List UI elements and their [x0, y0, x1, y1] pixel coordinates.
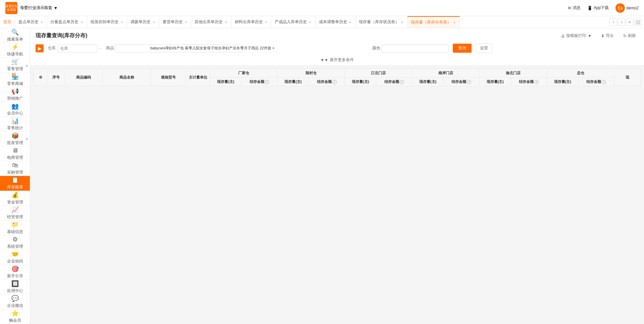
- tab-requisition[interactable]: 要货单历史 ×: [159, 16, 191, 28]
- inventory-icon: 📋: [11, 176, 19, 184]
- tab-close-icon[interactable]: ×: [264, 20, 268, 25]
- tab-close-icon[interactable]: ×: [348, 20, 352, 25]
- warehouse-dots[interactable]: ···: [99, 46, 102, 51]
- tab-close-icon[interactable]: ×: [400, 20, 404, 25]
- col-yuebei-group: 渝北门店: [479, 69, 547, 78]
- col-gear[interactable]: ⚙: [34, 69, 48, 86]
- sidebar-label: 企业协同: [7, 259, 23, 264]
- filter-expand-btn[interactable]: ▶: [36, 44, 44, 52]
- col-south-group: 陆村仓: [277, 69, 345, 78]
- basic-icon: 📁: [11, 221, 19, 228]
- sidebar-item-guide[interactable]: 🎯 新手引导: [0, 265, 30, 280]
- table-area: ⚙ 序号 商品编码 商品名称 规格型号 主计量单位 厂家仓 陆村仓 江北门店 南…: [30, 66, 644, 324]
- sidebar-item-system[interactable]: ⚙ 系统管理: [0, 235, 30, 250]
- tab-label: 分量盘点单历史: [50, 19, 78, 25]
- print-arrow-icon: ▼: [588, 34, 592, 38]
- tab-close-icon[interactable]: ×: [80, 20, 83, 25]
- industry-label: 母婴行业演示陈套: [20, 5, 52, 11]
- expand-arrow-icon: ▼: [25, 137, 29, 141]
- operation-icon: 📈: [11, 206, 19, 214]
- tab-cost-adjust[interactable]: 成本调整单历史 ×: [316, 16, 356, 28]
- settings-btn[interactable]: 设置: [476, 43, 492, 53]
- industry-dropdown[interactable]: 母婴行业演示陈套 ▼: [20, 5, 58, 11]
- yb-amt-info-icon[interactable]: i: [534, 80, 539, 84]
- warehouse-input[interactable]: [57, 44, 97, 52]
- query-btn[interactable]: 查询: [453, 44, 472, 53]
- tab-home[interactable]: 首页: [0, 16, 15, 28]
- total-amt-info-icon[interactable]: i: [602, 80, 606, 84]
- tab-label: 调拨单历史: [130, 19, 151, 25]
- col-fac-amt: 结存金额i: [241, 78, 277, 86]
- sidebar-item-finance[interactable]: 💰 资金管理: [0, 191, 30, 206]
- app-download-btn[interactable]: 📱 App下载: [587, 5, 609, 11]
- sidebar-item-enterprise[interactable]: 🤝 企业协同: [0, 250, 30, 265]
- col-total-amt: 结存金额i: [578, 78, 614, 86]
- fac-amt-info-icon[interactable]: i: [265, 80, 269, 84]
- col-ns-amt: 结存金额i: [443, 78, 479, 86]
- shop-icon: 🏪: [11, 73, 19, 80]
- more-conditions-btn[interactable]: ▼▼ 展开更多条件: [320, 57, 354, 63]
- tab-close-icon[interactable]: ×: [308, 20, 312, 25]
- col-code: 商品编码: [64, 69, 103, 86]
- export-btn[interactable]: ⬇ 导出: [598, 32, 616, 40]
- sidebar-item-search[interactable]: 🔍 搜索英单: [0, 28, 30, 43]
- col-jb-stock: 现存量(主): [345, 78, 376, 86]
- sidebar-item-wholesale[interactable]: 📦 批发管理 ▼: [0, 132, 30, 146]
- sidebar-item-wechat[interactable]: 💬 企业微信: [0, 294, 30, 309]
- tab-close-icon[interactable]: ×: [452, 20, 456, 25]
- tab-stock-dist[interactable]: 现存量（库存分布表） ×: [408, 16, 460, 28]
- tab-stock-status[interactable]: 现存量（库存状况表） ×: [356, 16, 408, 28]
- tab-close-icon[interactable]: ×: [40, 20, 43, 25]
- col-ns-stock: 现存量(主): [412, 78, 444, 86]
- tab-label: 现存量（库存状况表）: [359, 19, 399, 25]
- quicknav-icon: ⚡: [11, 43, 19, 51]
- goods-input[interactable]: [115, 44, 243, 52]
- page-title: 现存量查询(库存分布): [36, 32, 88, 39]
- tab-close-icon[interactable]: ×: [152, 20, 155, 25]
- sidebar-item-member[interactable]: 👥 会员中心: [0, 102, 30, 117]
- user-menu[interactable]: Ea demo2: [615, 3, 639, 13]
- tab-product-in[interactable]: 产成品入库单历史 ×: [271, 16, 315, 28]
- tab-branch-inventory[interactable]: 分量盘点单历史 ×: [47, 16, 87, 28]
- sidebar-item-apps[interactable]: 🔲 应用中心: [0, 280, 30, 294]
- tab-inventory-count[interactable]: 盘点单历史 ×: [15, 16, 47, 28]
- tabs-expand-btn[interactable]: ⬜: [634, 18, 641, 26]
- sidebar-item-basic[interactable]: 📁 基础信息: [0, 221, 30, 235]
- purchase-icon: 🛍: [12, 162, 18, 169]
- sidebar-item-retail-stat[interactable]: 📊 零售统计: [0, 117, 30, 132]
- tab-close-icon[interactable]: ×: [120, 20, 123, 25]
- tabs-close-all-btn[interactable]: ×: [626, 18, 633, 26]
- tab-close-icon[interactable]: ×: [224, 20, 227, 25]
- refresh-btn[interactable]: ↻ 刷新: [621, 32, 639, 40]
- sidebar-item-operation[interactable]: 📈 经营管理: [0, 206, 30, 221]
- tab-other-out[interactable]: 其他出库单历史 ×: [191, 16, 231, 28]
- home-tab-label: 首页: [3, 19, 11, 25]
- jb-amt-info-icon[interactable]: i: [400, 80, 404, 84]
- sidebar-item-purchase[interactable]: 🛍 采购管理: [0, 161, 30, 176]
- sidebar-item-inventory[interactable]: 📋 库存核算: [0, 176, 30, 191]
- sidebar-label: 畅会员: [9, 318, 21, 323]
- message-btn[interactable]: ✉ 消息: [568, 5, 581, 11]
- tab-transfer[interactable]: 调拨单历史 ×: [127, 16, 159, 28]
- tab-assembly[interactable]: 组装折卸单历史 ×: [87, 16, 127, 28]
- top-right: ✉ 消息 📱 App下载 Ea demo2: [568, 3, 639, 13]
- ns-amt-info-icon[interactable]: i: [467, 80, 471, 84]
- sidebar-item-ecommerce[interactable]: 🖥 电商管理: [0, 146, 30, 161]
- sidebar-item-marketing[interactable]: 📢 营销推广: [0, 87, 30, 102]
- warehouse-label: 仓库: [48, 45, 56, 51]
- color-input[interactable]: [382, 44, 449, 52]
- tabs-prev-btn[interactable]: ‹: [610, 18, 617, 26]
- warehouse-field: 仓库 ···: [48, 44, 102, 52]
- sidebar-item-retail[interactable]: 🛒 零售管理 ▲: [0, 58, 30, 73]
- print-label: 按模板打印: [566, 33, 586, 39]
- tabs-next-btn[interactable]: ›: [618, 18, 625, 26]
- tab-close-icon[interactable]: ×: [184, 20, 187, 25]
- message-icon: ✉: [568, 6, 571, 10]
- print-btn[interactable]: 🖨 按模板打印 ▼: [558, 32, 594, 40]
- tab-material-out[interactable]: 材料出库单历史 ×: [231, 16, 271, 28]
- sidebar-item-membership[interactable]: ⭐ 畅会员: [0, 309, 30, 324]
- south-amt-info-icon[interactable]: i: [332, 80, 337, 84]
- col-current: 现: [614, 69, 640, 86]
- sidebar-item-quicknav[interactable]: ⚡ 快捷导航: [0, 43, 30, 58]
- sidebar-item-retail-shop[interactable]: 🏪 零售商城: [0, 73, 30, 87]
